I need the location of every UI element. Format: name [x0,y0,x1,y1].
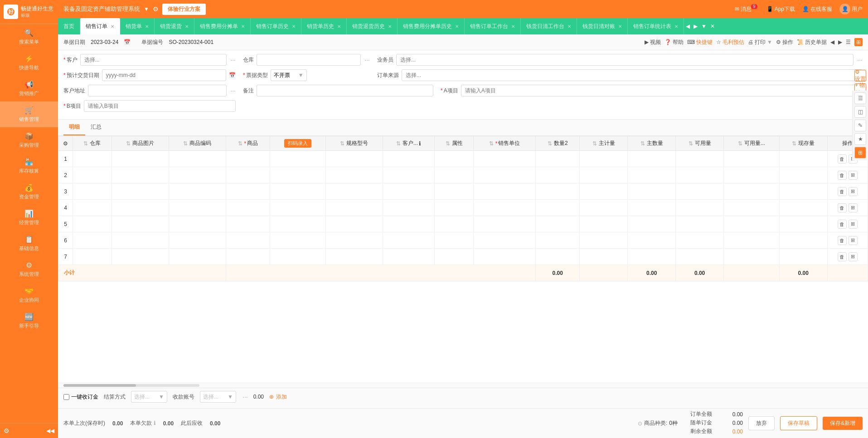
user-btn[interactable]: 👤 用户 [839,4,863,14]
tab-invoice-history[interactable]: 销货单历史 ✕ [301,18,347,34]
cell-warehouse[interactable] [73,167,112,183]
prev-record-btn[interactable]: ◀ [830,39,834,45]
cell-available[interactable] [676,183,724,200]
cell-warehouse[interactable] [73,183,112,200]
operations-btn[interactable]: ⚙ 操作 [776,39,793,46]
cell-available[interactable] [676,216,724,232]
cell-customer-code[interactable] [383,216,434,232]
cell-image[interactable] [112,183,169,200]
cell-stock[interactable] [779,183,827,200]
cell-available[interactable] [676,249,724,265]
sidebar-item-basic[interactable]: 📋 基础信息 [0,231,58,256]
right-panel-app-btn[interactable]: ⊞ [854,147,866,159]
th-warehouse[interactable]: ⇅仓库 [73,136,112,151]
tab-prev-btn[interactable]: ◀ [684,23,692,29]
cell-image[interactable] [112,167,169,183]
cell-qty2[interactable] [536,216,580,232]
sidebar-item-inventory[interactable]: 🏪 库存核算 [0,153,58,179]
next-record-btn[interactable]: ▶ [838,39,842,45]
sidebar-item-finance[interactable]: 💰 资金管理 [0,179,58,205]
sidebar-collapse-btn[interactable]: ◀◀ [46,428,54,434]
th-available[interactable]: ⇅可用量 [676,136,724,151]
row-delete-btn[interactable]: 🗑 [838,236,847,245]
tab-menu-btn[interactable]: ▼ [699,23,708,29]
sidebar-item-marketing[interactable]: 📢 营销推广 [0,76,58,101]
tab-sales-order[interactable]: 销售订单 ✕ [80,18,120,34]
save-new-btn[interactable]: 保存&新增 [823,417,863,430]
one-click-pay-checkbox[interactable]: 一键收订金 [63,393,98,401]
tab-invoice[interactable]: 销货单 ✕ [120,18,155,34]
th-scan[interactable]: 扫码录入 [270,136,325,151]
account-more-btn[interactable]: ··· [242,393,248,400]
tab-return-history[interactable]: 销货退货历史 ✕ [347,18,398,34]
cell-attr[interactable] [435,183,474,200]
cell-available2[interactable] [724,200,780,216]
tab-daily-workbench-close[interactable]: ✕ [567,24,571,29]
sidebar-item-enterprise[interactable]: 🤝 企业协同 [0,282,58,308]
cell-warehouse[interactable] [73,232,112,249]
tab-next-btn[interactable]: ▶ [692,23,699,29]
right-panel-edit-btn[interactable]: ✎ [854,120,866,131]
row-delete-btn[interactable]: 🗑 [838,220,847,229]
cell-customer-code[interactable] [383,151,434,167]
grid-view-btn[interactable]: ⊞ [854,38,863,46]
cell-qty2[interactable] [536,151,580,167]
th-unit[interactable]: ⇅*销售单位 [473,136,535,151]
cell-main-unit[interactable] [580,216,628,232]
tab-home[interactable]: 首页 [58,18,80,34]
th-product[interactable]: ⇅*商品 [226,136,270,151]
row-delete-btn[interactable]: 🗑 [838,203,847,212]
tab-order-history[interactable]: 销售订单历史 ✕ [251,18,301,34]
cell-image[interactable] [112,200,169,216]
th-qty2[interactable]: ⇅数量2 [536,136,580,151]
cell-attr[interactable] [435,216,474,232]
cell-product[interactable] [226,216,270,232]
cell-unit[interactable] [473,216,535,232]
sidebar-item-system[interactable]: ⚙ 系统管理 [0,256,58,282]
cell-warehouse[interactable] [73,200,112,216]
cell-stock[interactable] [779,232,827,249]
right-panel-star-btn[interactable]: ★ [854,133,866,145]
cell-attr[interactable] [435,200,474,216]
th-image[interactable]: ⇅商品图片 [112,136,169,151]
cell-image[interactable] [112,216,169,232]
cell-qty2[interactable] [536,167,580,183]
cell-main-unit[interactable] [580,200,628,216]
settings-icon[interactable]: ⚙ [153,5,159,13]
cell-main-qty[interactable] [628,200,676,216]
tab-invoice-history-close[interactable]: ✕ [337,24,341,29]
cell-qty2[interactable] [536,249,580,265]
cell-available[interactable] [676,200,724,216]
discard-btn[interactable]: 放弃 [748,416,775,430]
cell-code[interactable] [169,249,226,265]
th-spec[interactable]: ⇅规格型号 [325,136,383,151]
cell-spec[interactable] [325,216,383,232]
th-main-qty[interactable]: ⇅主数量 [628,136,676,151]
cell-available[interactable] [676,232,724,249]
tab-fee-history-close[interactable]: ✕ [455,24,459,29]
one-click-pay-check[interactable] [63,394,69,400]
right-panel-grid-btn[interactable]: ◫ [854,106,866,118]
cell-main-unit[interactable] [580,151,628,167]
cell-main-qty[interactable] [628,183,676,200]
cell-code[interactable] [169,200,226,216]
cell-product[interactable] [226,249,270,265]
cell-main-qty[interactable] [628,151,676,167]
th-code[interactable]: ⇅商品编码 [169,136,226,151]
cell-spec[interactable] [325,183,383,200]
sidebar-settings-icon[interactable]: ⚙ [4,427,10,434]
row-delete-btn[interactable]: 🗑 [838,187,847,196]
cell-available2[interactable] [724,216,780,232]
cell-product[interactable] [226,183,270,200]
payment-method-select[interactable]: 选择... ▼ [131,391,167,403]
cell-customer-code[interactable] [383,183,434,200]
cell-spec[interactable] [325,232,383,249]
customer-more-btn[interactable]: ··· [230,56,236,63]
horizontal-scrollbar[interactable] [63,384,199,387]
list-view-btn[interactable]: ☰ [846,39,851,45]
ticket-select[interactable]: 不开票 ▼ [271,69,307,81]
cell-available2[interactable] [724,183,780,200]
tab-sales-order-close[interactable]: ✕ [111,24,114,29]
th-stock[interactable]: ⇅现存量 [779,136,827,151]
cell-unit[interactable] [473,249,535,265]
